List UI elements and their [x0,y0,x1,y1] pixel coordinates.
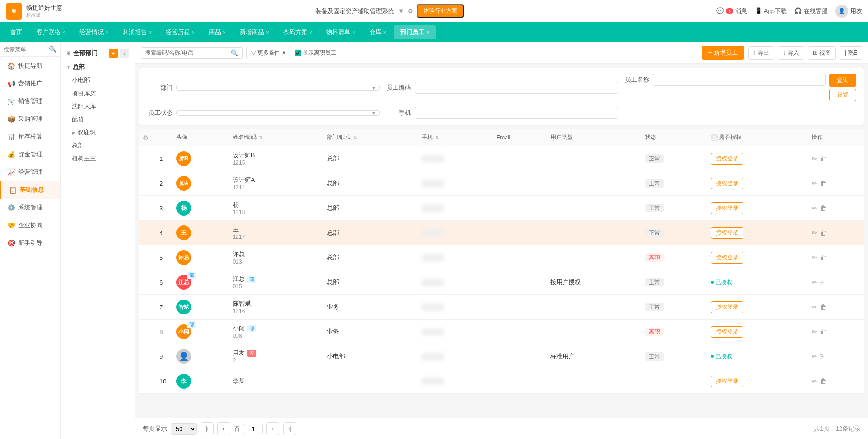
print-btn[interactable]: | 鹅E [840,46,862,60]
auth-btn-2[interactable]: 授权登录 [711,178,743,189]
tab-barcode[interactable]: 条码方案 × [277,25,319,39]
edit-btn-4[interactable]: ✏ [812,229,817,237]
auth-btn-7[interactable]: 授权登录 [711,301,743,313]
tree-node-shuangcheng[interactable]: ▶ 双鹿想 [61,126,135,139]
tab-warehouse[interactable]: 仓库 × [363,25,393,39]
delete-btn-2[interactable]: 🗑 [820,180,826,187]
tree-collapse-btn[interactable]: « [120,49,129,58]
sidebar-item-inventory[interactable]: 📊 库存核算 [0,128,60,146]
tree-node-shenyangdaku[interactable]: 沈阳大库 [61,100,135,113]
edit-btn-1[interactable]: ✏ [812,155,817,162]
query-btn[interactable]: 查询 [829,74,856,87]
sidebar-item-purchase[interactable]: 📦 采购管理 [0,110,60,128]
page-size-select[interactable]: 50 100 200 [171,423,197,435]
sidebar-item-enterprise[interactable]: 🤝 企业协同 [0,216,60,234]
tab-history-close[interactable]: × [192,29,194,35]
tab-customer-close[interactable]: × [62,29,65,35]
col-settings-icon[interactable]: ⚙ [143,134,149,141]
export-btn[interactable]: ↑ 导出 [748,46,774,60]
tab-history[interactable]: 经营历程 × [159,25,201,39]
tab-home[interactable]: 首页 [4,25,29,39]
delete-btn-1[interactable]: 🗑 [820,155,826,162]
tab-bom[interactable]: 物料清单 × [319,25,361,39]
sidebar-item-guide[interactable]: 🎯 新手引导 [0,234,60,252]
tree-node-head[interactable]: ▼ 总部 [61,61,135,74]
auth-btn-8[interactable]: 授权登录 [711,326,743,338]
tab-warehouse-close[interactable]: × [383,29,386,35]
delete-btn-5[interactable]: 🗑 [820,254,826,261]
emp-status-select[interactable] [176,110,380,116]
tab-profit-close[interactable]: × [149,29,152,35]
view-btn[interactable]: ⊞ 视图 [808,46,836,60]
message-btn[interactable]: 💬 5 消息 [716,7,747,15]
tree-add-btn[interactable]: + [109,49,118,58]
show-resigned-wrap[interactable]: 显示离职员工 [295,49,336,57]
tab-goods[interactable]: 商品 × [202,25,232,39]
emp-code-input[interactable] [415,82,618,94]
tree-node-peihuo[interactable]: 配货 [61,113,135,126]
set-btn[interactable]: 设置 [829,89,856,101]
edit-btn-10[interactable]: ✏ [812,377,817,385]
emp-name-input[interactable] [653,74,826,86]
delete-btn-4[interactable]: 🗑 [820,229,826,237]
next-page-btn[interactable]: › [266,422,279,435]
sidebar-item-system[interactable]: ⚙️ 系统管理 [0,199,60,216]
tree-node-xiaodibu[interactable]: 小电部 [61,74,135,87]
edit-btn-7[interactable]: ✏ [812,303,817,311]
add-employee-btn[interactable]: + 新增员工 [702,46,744,60]
tab-operation-status-close[interactable]: × [105,29,108,35]
auth-btn-3[interactable]: 授权登录 [711,202,743,214]
sidebar-item-quick[interactable]: 🏠 快捷导航 [0,57,60,75]
app-download-btn[interactable]: 📱 App下载 [755,7,787,15]
prev-page-btn[interactable]: ‹ [217,422,230,435]
tree-node-zongbu[interactable]: 总部 [61,139,135,152]
tab-add-goods-close[interactable]: × [266,29,269,35]
tab-add-goods[interactable]: 新增商品 × [233,25,275,39]
tab-bom-close[interactable]: × [352,29,355,35]
tab-barcode-close[interactable]: × [309,29,312,35]
sidebar-search-input[interactable] [4,46,49,53]
edit-btn-3[interactable]: ✏ [812,204,817,212]
tree-node-zhishu[interactable]: 植树王三 [61,152,135,165]
edit-btn-6[interactable]: ✏ [812,279,817,286]
page-number-input[interactable] [244,424,263,434]
auth-btn-1[interactable]: 授权登录 [711,153,743,165]
auth-btn-4[interactable]: 授权登录 [711,227,743,239]
sidebar-item-operation[interactable]: 📈 经营管理 [0,163,60,181]
delete-btn-3[interactable]: 🗑 [820,204,826,212]
tab-employee[interactable]: 部门员工 × [394,25,436,39]
import-btn[interactable]: ↓ 导入 [778,46,804,60]
show-resigned-checkbox[interactable] [295,50,301,56]
auth-btn-10[interactable]: 授权登录 [711,376,743,387]
th-dept[interactable]: 部门/职位 ⇅ [323,129,418,146]
user-btn[interactable]: 👤 用友 [835,5,862,18]
sidebar-item-basic[interactable]: 📋 基础信息 [0,181,60,199]
tree-node-xiangmukufang[interactable]: 项目库房 [61,87,135,100]
sidebar-item-finance[interactable]: 💰 资金管理 [0,146,60,163]
online-service-btn[interactable]: 🎧 在线客服 [794,7,828,15]
copy-btn-9[interactable]: ⎘ [820,353,824,360]
edit-btn-8[interactable]: ✏ [812,328,817,335]
dept-select[interactable] [176,85,380,91]
first-page-btn[interactable]: |‹ [201,422,214,435]
delete-btn-7[interactable]: 🗑 [820,303,826,311]
tab-profit[interactable]: 利润报告 × [116,25,158,39]
phone-input[interactable] [415,107,618,119]
tab-employee-close[interactable]: × [426,29,429,35]
th-phone[interactable]: 手机 ⇅ [418,129,493,146]
settings-icon[interactable]: ⚙ [408,7,413,14]
edit-btn-2[interactable]: ✏ [812,180,817,187]
tab-goods-close[interactable]: × [223,29,226,35]
tab-customer[interactable]: 客户联络 × [30,25,72,39]
trial-button[interactable]: 体验行业方案 [417,4,464,18]
delete-btn-8[interactable]: 🗑 [820,328,826,335]
last-page-btn[interactable]: ›| [283,422,296,435]
delete-btn-10[interactable]: 🗑 [820,377,826,385]
dropdown-icon[interactable]: ▼ [398,7,404,14]
copy-btn-6[interactable]: ⎘ [820,279,824,286]
sidebar-item-sales[interactable]: 🛒 销售管理 [0,92,60,110]
th-name-code[interactable]: 姓名/编码 ⇅ [229,129,324,146]
edit-btn-9[interactable]: ✏ [812,353,817,360]
search-input[interactable] [145,49,229,56]
sidebar-item-marketing[interactable]: 📢 营销推广 [0,75,60,92]
